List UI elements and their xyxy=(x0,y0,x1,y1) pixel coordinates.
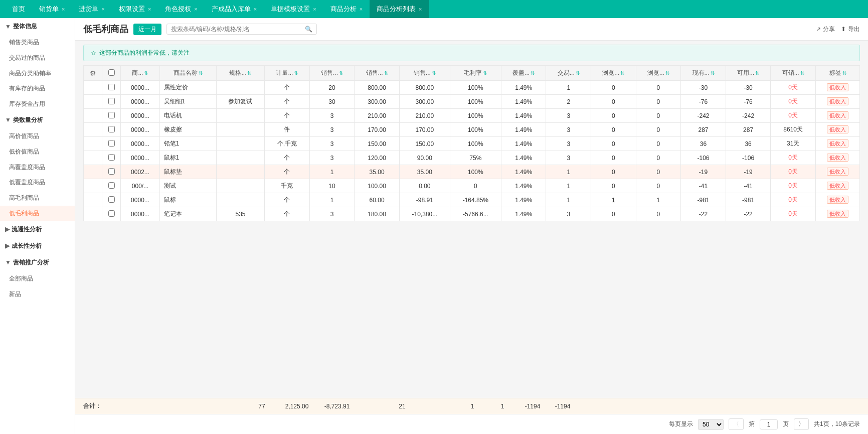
sidebar-item-sales-goods[interactable]: 销售类商品 xyxy=(0,35,75,50)
row-checkbox-cell[interactable] xyxy=(102,193,121,207)
sidebar-group-marketing[interactable]: ▼ 营销推广分析 xyxy=(0,254,75,271)
col-name[interactable]: 商品名称⇅ xyxy=(159,66,216,81)
row-checkbox[interactable] xyxy=(108,154,115,161)
sort-icon: ⇅ xyxy=(755,70,759,76)
col-tag[interactable]: 标签⇅ xyxy=(816,66,860,81)
sidebar-group-circulation[interactable]: ▶ 流通性分析 xyxy=(0,221,75,238)
nav-roles[interactable]: 角色授权 × xyxy=(158,0,204,18)
row-name: 吴细细1 xyxy=(159,95,216,109)
col-settings[interactable]: ⚙ xyxy=(84,66,102,81)
nav-templates-close[interactable]: × xyxy=(313,6,316,12)
footer-qty-val: 77 xyxy=(247,403,277,410)
sidebar-item-high-margin[interactable]: 高毛利商品 xyxy=(0,190,75,206)
nav-purchase[interactable]: 进货单 × xyxy=(72,0,111,18)
next-page-button[interactable]: 〉 xyxy=(794,418,809,430)
nav-products-close[interactable]: × xyxy=(254,6,257,12)
col-gross-rate[interactable]: 覆盖...⇅ xyxy=(501,66,546,81)
col-coverage[interactable]: 交易...⇅ xyxy=(546,66,591,81)
sort-icon: ⇅ xyxy=(294,70,298,76)
col-spec[interactable]: 规格...⇅ xyxy=(216,66,264,81)
col-qty[interactable]: 销售...⇅ xyxy=(309,66,355,81)
col-browse2[interactable]: 浏览...⇅ xyxy=(636,66,681,81)
row-checkbox-cell[interactable] xyxy=(102,179,121,193)
row-checkbox-cell[interactable] xyxy=(102,151,121,165)
page-size-select[interactable]: 50 100 200 xyxy=(698,419,724,430)
page-number-input[interactable] xyxy=(760,419,778,429)
sidebar-group-growth[interactable]: ▶ 成长性分析 xyxy=(0,238,75,254)
row-stock: -22 xyxy=(681,207,726,221)
row-checkbox[interactable] xyxy=(108,84,115,90)
row-checkbox[interactable] xyxy=(108,112,115,118)
col-unit[interactable]: 计量...⇅ xyxy=(265,66,310,81)
nav-goods-analysis[interactable]: 商品分析 × xyxy=(323,0,370,18)
nav-goods-analysis-list-close[interactable]: × xyxy=(419,6,422,12)
row-checkbox-cell[interactable] xyxy=(102,81,121,95)
col-browse1[interactable]: 浏览...⇅ xyxy=(591,66,636,81)
col-saleable[interactable]: 可销...⇅ xyxy=(771,66,816,81)
table-container[interactable]: ⚙ 商...⇅ 商品名称⇅ 规格...⇅ 计量...⇅ 销售...⇅ 销售...… xyxy=(83,65,860,398)
share-button[interactable]: ↗ 分享 xyxy=(816,25,835,34)
sidebar-item-new-goods[interactable]: 新品 xyxy=(0,286,75,302)
nav-goods-analysis-close[interactable]: × xyxy=(360,6,363,12)
row-price: 100.00 xyxy=(355,179,400,193)
col-price[interactable]: 销售...⇅ xyxy=(355,66,400,81)
row-checkbox-cell[interactable] xyxy=(102,109,121,123)
nav-roles-close[interactable]: × xyxy=(194,6,197,12)
col-available[interactable]: 可用...⇅ xyxy=(726,66,771,81)
search-icon[interactable]: 🔍 xyxy=(305,26,312,33)
sidebar-item-low-margin[interactable]: 低毛利商品 xyxy=(0,206,75,221)
sidebar-item-high-coverage[interactable]: 高覆盖度商品 xyxy=(0,160,75,175)
row-browse1[interactable]: 1 xyxy=(591,193,636,207)
sidebar-group-overall[interactable]: ▼ 整体信息 xyxy=(0,18,75,35)
nav-home[interactable]: 首页 xyxy=(5,0,32,18)
export-button[interactable]: ⬆ 导出 xyxy=(841,25,860,34)
settings-icon[interactable]: ⚙ xyxy=(90,69,96,77)
select-all-checkbox[interactable] xyxy=(108,69,115,76)
col-profit-rate[interactable]: 毛利率⇅ xyxy=(450,66,501,81)
nav-purchase-close[interactable]: × xyxy=(101,6,104,12)
row-checkbox[interactable] xyxy=(108,168,115,175)
row-checkbox[interactable] xyxy=(108,126,115,132)
table-footer: 合计： 77 2,125.00 -8,723.91 21 1 1 -1194 -… xyxy=(75,398,868,414)
top-navigation: 首页 销货单 × 进货单 × 权限设置 × 角色授权 × 产成品入库单 × 单据… xyxy=(0,0,868,18)
prev-page-button[interactable]: 〈 xyxy=(729,418,744,430)
row-qty: 30 xyxy=(309,95,355,109)
col-checkbox[interactable] xyxy=(102,66,121,81)
row-checkbox-cell[interactable] xyxy=(102,123,121,137)
sidebar-item-low-value[interactable]: 低价值商品 xyxy=(0,144,75,160)
row-checkbox[interactable] xyxy=(108,98,115,104)
sidebar-item-stocked-goods[interactable]: 有库存的商品 xyxy=(0,81,75,96)
row-checkbox-cell[interactable] xyxy=(102,95,121,109)
nav-products[interactable]: 产成品入库单 × xyxy=(205,0,264,18)
row-browse1: 0 xyxy=(591,207,636,221)
sidebar-item-capital-usage[interactable]: 库存资金占用 xyxy=(0,96,75,112)
row-checkbox[interactable] xyxy=(108,210,115,217)
sidebar-item-traded-goods[interactable]: 交易过的商品 xyxy=(0,50,75,66)
col-code[interactable]: 商...⇅ xyxy=(121,66,159,81)
sidebar-item-high-value[interactable]: 高价值商品 xyxy=(0,128,75,144)
filter-period-button[interactable]: 近一月 xyxy=(133,24,161,35)
alert-text: 这部分商品的利润非常低，请关注 xyxy=(99,49,190,57)
row-checkbox[interactable] xyxy=(108,182,115,189)
row-spec xyxy=(216,137,264,151)
row-checkbox[interactable] xyxy=(108,196,115,203)
sidebar-item-all-goods[interactable]: 全部商品 xyxy=(0,271,75,286)
row-checkbox-cell[interactable] xyxy=(102,165,121,179)
nav-templates[interactable]: 单据模板设置 × xyxy=(264,0,323,18)
search-input[interactable] xyxy=(171,26,303,33)
row-profit-rate: 100% xyxy=(450,165,501,179)
row-checkbox-cell[interactable] xyxy=(102,137,121,151)
sidebar-item-low-coverage[interactable]: 低覆盖度商品 xyxy=(0,175,75,190)
row-checkbox[interactable] xyxy=(108,140,115,147)
col-stock[interactable]: 现有...⇅ xyxy=(681,66,726,81)
row-checkbox-cell[interactable] xyxy=(102,207,121,221)
nav-sales-close[interactable]: × xyxy=(62,6,65,12)
nav-permissions[interactable]: 权限设置 × xyxy=(112,0,158,18)
nav-sales[interactable]: 销货单 × xyxy=(32,0,72,18)
col-sales[interactable]: 销售...⇅ xyxy=(399,66,450,81)
sidebar-item-category-rate[interactable]: 商品分类助销率 xyxy=(0,66,75,81)
nav-permissions-close[interactable]: × xyxy=(148,6,151,12)
nav-goods-analysis-list[interactable]: 商品分析列表 × xyxy=(370,0,429,18)
row-sales: 90.00 xyxy=(399,151,450,165)
sidebar-group-quantity[interactable]: ▼ 类数量分析 xyxy=(0,112,75,128)
